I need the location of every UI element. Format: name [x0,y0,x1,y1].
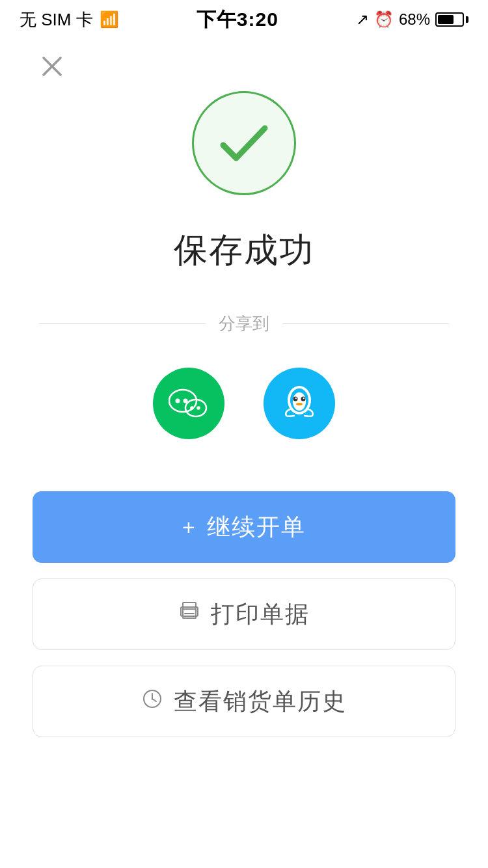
svg-point-11 [293,397,298,401]
location-icon: ↗ [356,10,369,29]
share-icons [153,368,335,439]
wechat-share-button[interactable] [153,368,224,439]
svg-point-12 [301,397,306,401]
svg-point-10 [293,392,306,411]
success-icon-circle [192,91,296,195]
status-right: ↗ ⏰ 68% [356,10,468,29]
svg-point-21 [195,610,197,612]
status-time: 下午3:20 [197,7,278,33]
alarm-icon: ⏰ [374,10,394,29]
close-button[interactable] [33,47,72,86]
plus-icon: + [182,515,197,540]
share-section: 分享到 [0,312,488,439]
status-left: 无 SIM 卡 📶 [20,8,119,31]
wifi-icon: 📶 [100,10,119,29]
svg-point-7 [197,406,200,410]
action-buttons: + 继续开单 打印单据 [0,491,488,737]
print-button[interactable]: 打印单据 [33,578,455,650]
print-icon [178,601,200,628]
clock-icon [141,688,163,710]
main-content: 保存成功 分享到 [0,39,488,737]
divider-right [282,323,449,324]
svg-rect-16 [183,603,196,609]
history-icon [141,688,163,715]
battery-icon [435,12,468,27]
continue-button[interactable]: + 继续开单 [33,491,455,563]
svg-point-6 [190,406,194,410]
divider-left [39,323,206,324]
share-label: 分享到 [219,312,269,335]
svg-line-24 [152,699,156,701]
success-title: 保存成功 [174,228,314,273]
svg-point-15 [296,403,303,405]
printer-icon [178,601,200,623]
checkmark-icon [218,120,270,166]
qq-icon [280,383,319,424]
history-label: 查看销货单历史 [174,686,347,718]
status-bar: 无 SIM 卡 📶 下午3:20 ↗ ⏰ 68% [0,0,488,39]
svg-point-3 [176,399,180,403]
qq-share-button[interactable] [264,368,335,439]
svg-point-14 [303,398,305,399]
print-label: 打印单据 [211,599,310,631]
wechat-icon [169,387,209,420]
divider-row: 分享到 [0,312,488,335]
no-sim-label: 无 SIM 卡 [20,8,93,31]
history-button[interactable]: 查看销货单历史 [33,666,455,737]
svg-point-13 [295,398,297,399]
battery-label: 68% [399,10,430,29]
continue-label: 继续开单 [207,511,306,543]
